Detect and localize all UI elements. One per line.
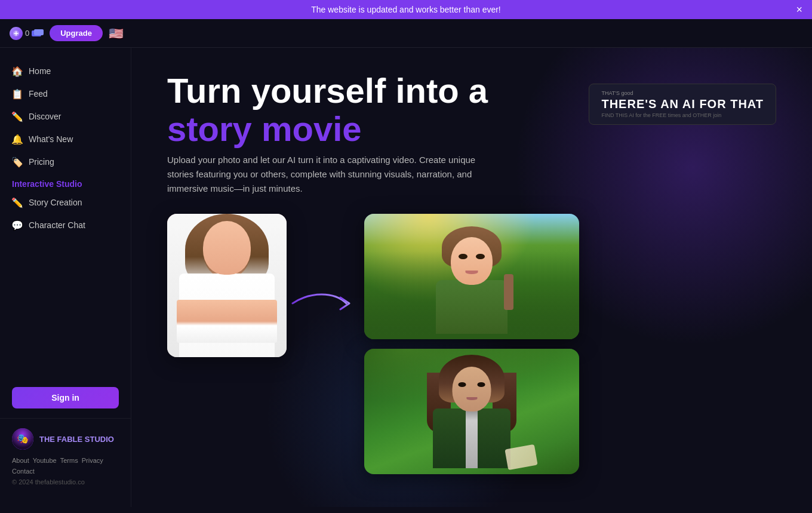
footer-link-about[interactable]: About — [12, 457, 29, 464]
sidebar-item-home[interactable]: 🏠 Home — [0, 60, 131, 82]
sidebar-footer: 🎭 THE FABLE STUDIO About Youtube Terms P… — [0, 418, 131, 495]
eye-left-b — [459, 382, 466, 387]
whats-new-icon: 🔔 — [12, 134, 23, 145]
footer-link-terms[interactable]: Terms — [60, 457, 78, 464]
character-chat-icon: 💬 — [12, 220, 23, 231]
feed-icon: 📋 — [12, 88, 23, 99]
eye-right-b — [477, 382, 485, 387]
discover-icon: ✏️ — [12, 111, 23, 122]
ai-badge[interactable]: THAT'S good THERE'S AN AI FOR THAT FIND … — [589, 84, 776, 125]
sidebar-item-label: Feed — [29, 89, 48, 99]
sidebar-item-label: Character Chat — [29, 220, 85, 230]
sidebar-item-discover[interactable]: ✏️ Discover — [0, 105, 131, 128]
eye-right — [476, 254, 485, 260]
transform-arrow — [287, 285, 358, 321]
source-photo — [167, 214, 287, 357]
scene-forest-light — [364, 214, 579, 339]
interactive-studio-section: Interactive Studio — [0, 173, 131, 191]
sidebar-item-label: Story Creation — [29, 198, 82, 207]
svg-text:🎭: 🎭 — [17, 433, 29, 444]
footer-links: About Youtube Terms Privacy Contact — [12, 457, 119, 475]
sidebar-item-character-chat[interactable]: 💬 Character Chat — [0, 214, 131, 236]
main-layout: 🏠 Home 📋 Feed ✏️ Discover 🔔 What's New 🏷… — [0, 48, 812, 507]
sidebar-item-feed[interactable]: 📋 Feed — [0, 82, 131, 105]
upgrade-button[interactable]: Upgrade — [50, 25, 103, 41]
sidebar-item-story-creation[interactable]: ✏️ Story Creation — [0, 191, 131, 214]
credit-icon — [10, 27, 23, 40]
copyright: © 2024 thefablestudio.co — [12, 478, 119, 486]
notification-banner: The website is updated and works better … — [0, 0, 812, 19]
hero-title-accent: story movie — [167, 109, 362, 148]
brand-name: THE FABLE STUDIO — [39, 435, 114, 444]
svg-rect-2 — [34, 29, 44, 35]
story-creation-icon: ✏️ — [12, 197, 23, 208]
result-images — [364, 214, 579, 474]
mouth — [466, 271, 478, 274]
sidebar-item-whats-new[interactable]: 🔔 What's New — [0, 128, 131, 150]
brand-avatar: 🎭 — [12, 428, 33, 450]
arms-decoration — [177, 300, 277, 343]
hero-description: Upload your photo and let our AI turn it… — [167, 153, 478, 196]
face-bottom — [453, 367, 491, 411]
scene-forest-dark — [364, 349, 579, 474]
ai-badge-pre: THAT'S good — [601, 90, 633, 96]
banner-close-button[interactable]: × — [796, 4, 802, 16]
jacket-top — [436, 280, 508, 334]
map-prop — [505, 444, 537, 470]
sidebar-item-label: Pricing — [29, 157, 54, 167]
credit-badge: 0 — [10, 27, 44, 40]
footer-link-contact[interactable]: Contact — [12, 468, 35, 475]
language-selector[interactable]: 🇺🇸 — [109, 26, 124, 41]
coat-bottom — [433, 408, 510, 468]
sidebar-item-label: What's New — [29, 134, 73, 144]
banner-message: The website is updated and works better … — [311, 5, 501, 14]
face-top — [451, 237, 493, 285]
footer-link-youtube[interactable]: Youtube — [33, 457, 57, 464]
backpack-strap — [504, 274, 513, 310]
sidebar: 🏠 Home 📋 Feed ✏️ Discover 🔔 What's New 🏷… — [0, 48, 131, 507]
result-image-bottom — [364, 349, 579, 474]
eye-left — [459, 254, 467, 260]
result-image-top — [364, 214, 579, 339]
sidebar-item-pricing[interactable]: 🏷️ Pricing — [0, 150, 131, 173]
credit-count: 0 — [25, 29, 29, 38]
sidebar-item-label: Home — [29, 66, 51, 76]
footer-link-privacy[interactable]: Privacy — [82, 457, 103, 464]
sign-in-button[interactable]: Sign in — [12, 387, 119, 408]
cards-icon — [32, 29, 44, 38]
face-decoration — [203, 221, 251, 275]
sidebar-item-label: Discover — [29, 112, 61, 121]
coat-shirt-visible — [466, 408, 478, 468]
photo-woman-simulation — [167, 214, 287, 357]
mouth-b — [466, 397, 477, 400]
main-content: THAT'S good THERE'S AN AI FOR THAT FIND … — [131, 48, 812, 507]
home-icon: 🏠 — [12, 66, 23, 76]
pricing-icon: 🏷️ — [12, 156, 23, 167]
header: 0 Upgrade 🇺🇸 — [0, 19, 812, 48]
ai-badge-sub: FIND THIS AI for the FREE times and OTHE… — [601, 112, 721, 118]
images-section — [167, 214, 788, 474]
ai-badge-text: THERE'S AN AI FOR THAT — [601, 97, 764, 111]
brand-row: 🎭 THE FABLE STUDIO — [12, 428, 119, 450]
sidebar-nav: 🏠 Home 📋 Feed ✏️ Discover 🔔 What's New 🏷… — [0, 60, 131, 377]
character-top — [424, 226, 519, 334]
